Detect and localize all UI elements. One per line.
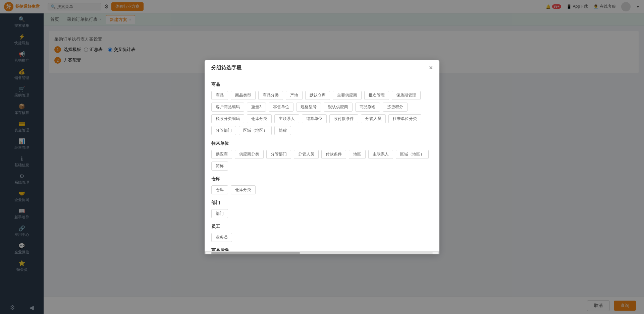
section-title: 往来单位 [211,140,433,146]
field-tags: 部门 [211,209,433,218]
field-tag[interactable]: 保质期管理 [392,91,421,100]
field-tag[interactable]: 区域（地区） [239,126,272,135]
field-tag[interactable]: 部门 [211,209,228,218]
field-section-部门: 部门部门 [211,200,433,218]
field-tag[interactable]: 付款条件 [321,150,346,159]
section-title: 员工 [211,224,433,230]
field-tag[interactable]: 客户商品编码 [211,103,244,112]
field-tag[interactable]: 商品 [211,91,228,100]
field-tag[interactable]: 简称 [211,162,228,171]
field-section-往来单位: 往来单位供应商供应商分类分管部门分管人员付款条件地区主联系人区域（地区）简称 [211,140,433,171]
overlay: 分组待选字段 × 商品商品商品类型商品分类产地默认仓库主要供应商批次管理保质期管… [0,0,644,314]
field-section-商品属性: 商品属性属性颜色多规格尺码鞋码1 [211,247,433,252]
field-tag[interactable]: 分管部门 [266,150,291,159]
modal-header: 分组待选字段 × [205,60,439,76]
field-tag[interactable]: 默认仓库 [305,91,330,100]
field-tags: 商品商品类型商品分类产地默认仓库主要供应商批次管理保质期管理客户商品编码重量3零… [211,91,433,135]
modal-hscroll[interactable] [205,251,439,254]
field-tag[interactable]: 商品分类 [258,91,283,100]
field-tags: 业务员 [211,233,433,242]
section-title: 商品属性 [211,247,433,252]
field-tag[interactable]: 区域（地区） [396,150,429,159]
modal-body[interactable]: 商品商品商品类型商品分类产地默认仓库主要供应商批次管理保质期管理客户商品编码重量… [205,76,439,252]
field-tag[interactable]: 供应商 [211,150,232,159]
field-tag[interactable]: 简称 [274,126,291,135]
field-tag[interactable]: 产地 [286,91,303,100]
field-tag[interactable]: 批次管理 [364,91,389,100]
field-tag[interactable]: 重量3 [247,103,266,112]
field-tag[interactable]: 业务员 [211,233,232,242]
field-tag[interactable]: 主要供应商 [333,91,362,100]
field-tag[interactable]: 往来单位分类 [388,114,421,123]
field-section-仓库: 仓库仓库仓库分类 [211,176,433,194]
section-title: 部门 [211,200,433,206]
field-tag[interactable]: 仓库分类 [247,114,272,123]
field-tag[interactable]: 主联系人 [274,114,299,123]
field-section-员工: 员工业务员 [211,224,433,242]
section-title: 仓库 [211,176,433,182]
field-tag[interactable]: 仓库 [211,185,228,194]
field-tag[interactable]: 商品类型 [231,91,256,100]
field-tag[interactable]: 仓库分类 [231,185,256,194]
field-tag[interactable]: 规格型号 [296,103,321,112]
modal-close-btn[interactable]: × [429,65,433,71]
field-tag[interactable]: 结算单位 [302,114,327,123]
field-tags: 供应商供应商分类分管部门分管人员付款条件地区主联系人区域（地区）简称 [211,150,433,171]
modal-title: 分组待选字段 [211,65,241,71]
field-tag[interactable]: 默认供应商 [324,103,353,112]
field-tag[interactable]: 商品别名 [355,103,380,112]
section-title: 商品 [211,81,433,87]
field-tag[interactable]: 零售单位 [269,103,293,112]
field-tag[interactable]: 供应商分类 [235,150,264,159]
field-tag[interactable]: 分管人员 [361,114,386,123]
hscroll-track [211,252,433,254]
field-tag[interactable]: 分管部门 [211,126,236,135]
field-tag[interactable]: 地区 [349,150,366,159]
field-tag[interactable]: 分管人员 [294,150,319,159]
field-section-商品: 商品商品商品类型商品分类产地默认仓库主要供应商批次管理保质期管理客户商品编码重量… [211,81,433,135]
field-tag[interactable]: 税收分类编码 [211,114,244,123]
field-tags: 仓库仓库分类 [211,185,433,194]
field-tag[interactable]: 主联系人 [368,150,393,159]
field-tag[interactable]: 拣货积分 [383,103,408,112]
field-tag[interactable]: 收付款条件 [329,114,358,123]
modal: 分组待选字段 × 商品商品商品类型商品分类产地默认仓库主要供应商批次管理保质期管… [205,60,439,254]
